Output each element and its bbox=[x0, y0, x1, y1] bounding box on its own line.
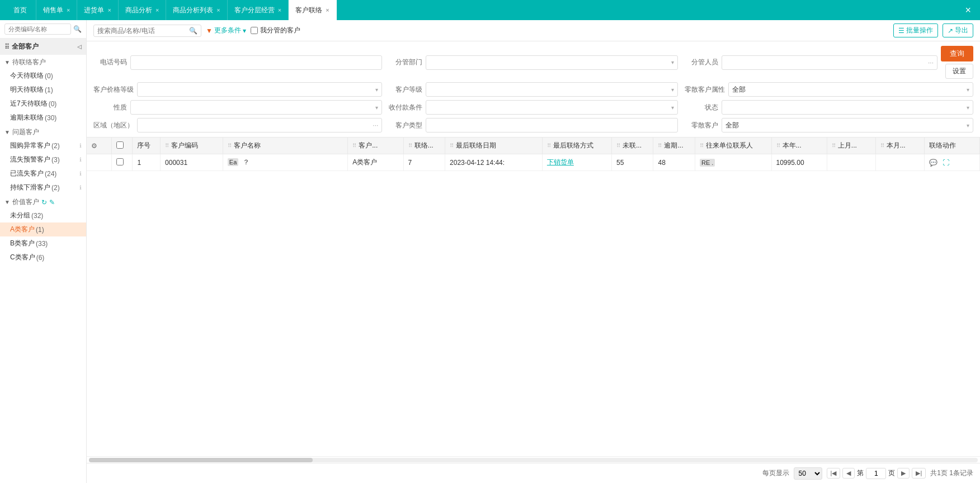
info-icon-churned[interactable]: ℹ bbox=[79, 171, 82, 177]
toolbar-search-icon[interactable]: 🔍 bbox=[189, 27, 197, 35]
td-checkbox bbox=[112, 154, 133, 171]
sidebar-item-7days[interactable]: 近7天待联络 (0) bbox=[0, 97, 86, 111]
filter-input-customer-level[interactable]: ▾ bbox=[426, 82, 677, 97]
total-info: 共1页 1条记录 bbox=[930, 468, 973, 478]
sidebar-item-churn-warning[interactable]: 流失预警客户 (3) ℹ bbox=[0, 153, 86, 167]
setting-button[interactable]: 设置 bbox=[945, 64, 973, 79]
page-input[interactable] bbox=[866, 468, 886, 479]
close-customer-contact-tab[interactable]: × bbox=[326, 7, 329, 13]
nav-tab-analysis-list[interactable]: 商品分析列表 × bbox=[166, 0, 227, 20]
close-customer-tier-tab[interactable]: × bbox=[278, 7, 281, 13]
sidebar-item-churned[interactable]: 已流失客户 (24) ℹ bbox=[0, 167, 86, 181]
main-layout: 🔍 ⠿ 全部客户 ◁ ▼ 待联络客户 今天待联络 (0) 明天待联络 (1) 近… bbox=[0, 20, 980, 483]
td-contact-count: 7 bbox=[403, 154, 445, 171]
row-checkbox[interactable] bbox=[116, 158, 124, 165]
td-customer-type: A类客户 bbox=[348, 154, 403, 171]
export-btn[interactable]: ↗ 导出 bbox=[943, 23, 973, 37]
dept-arrow-icon: ▾ bbox=[671, 59, 674, 65]
table-select-all[interactable] bbox=[116, 141, 124, 149]
sidebar-group-pending[interactable]: ▼ 待联络客户 bbox=[0, 55, 86, 69]
filter-input-customer-type[interactable] bbox=[426, 118, 677, 132]
filter-input-retail-attr[interactable]: 全部 ▾ bbox=[728, 82, 973, 97]
filter-input-status[interactable]: ▾ bbox=[722, 100, 973, 115]
page-size-select[interactable]: 50 100 bbox=[794, 467, 822, 480]
td-index: 1 bbox=[133, 154, 161, 171]
info-icon-churn-warning[interactable]: ℹ bbox=[79, 157, 82, 163]
nav-tab-purchase[interactable]: 进货单 × bbox=[77, 0, 118, 20]
filter-more-btn[interactable]: ▼ 更多条件 ▾ bbox=[206, 26, 246, 35]
my-customer-checkbox-label[interactable]: 我分管的客户 bbox=[251, 26, 300, 35]
nav-tab-sales[interactable]: 销售单 × bbox=[36, 0, 77, 20]
sidebar-item-class-c[interactable]: C类客户 (6) bbox=[0, 250, 86, 264]
close-analysis-list-tab[interactable]: × bbox=[216, 7, 220, 13]
last-method-link[interactable]: 下销货单 bbox=[547, 158, 574, 166]
sidebar-search-icon[interactable]: 🔍 bbox=[73, 25, 82, 33]
filter-label-payment: 收付款条件 bbox=[389, 103, 422, 112]
nav-tab-customer-contact[interactable]: 客户联络 × bbox=[289, 0, 336, 20]
close-analysis-tab[interactable]: × bbox=[156, 7, 159, 13]
data-table: ⚙ 序号 ⠿客户编码 ⠿客户名称 ⠿客户... ⠿联络... ⠿最后联络日期 ⠿… bbox=[87, 138, 980, 171]
th-not-contacted: ⠿未联... bbox=[611, 138, 653, 154]
td-gear bbox=[87, 154, 112, 171]
th-customer-type: ⠿客户... bbox=[348, 138, 403, 154]
info-icon-hoarding[interactable]: ℹ bbox=[79, 143, 82, 149]
edit-icon[interactable]: ✎ bbox=[49, 198, 55, 206]
filter-input-dept[interactable]: ▾ bbox=[426, 55, 677, 70]
toolbar-search-input[interactable] bbox=[97, 27, 187, 35]
sidebar-item-ungrouped[interactable]: 未分组 (32) bbox=[0, 209, 86, 222]
page-prev-btn[interactable]: ◀ bbox=[842, 468, 855, 479]
query-button[interactable]: 查询 bbox=[941, 46, 973, 61]
funnel-icon: ▼ bbox=[206, 27, 213, 35]
th-code: ⠿客户编码 bbox=[161, 138, 223, 154]
filter-row-price-level: 客户价格等级 ▾ bbox=[93, 82, 382, 97]
sidebar-item-tomorrow[interactable]: 明天待联络 (1) bbox=[0, 83, 86, 97]
filter-input-region[interactable]: ··· bbox=[137, 118, 382, 132]
close-sales-tab[interactable]: × bbox=[67, 7, 70, 13]
filter-input-retail[interactable]: 全部 ▾ bbox=[722, 118, 973, 132]
filter-label-retail: 零散客户 bbox=[685, 121, 718, 130]
sidebar-item-class-a[interactable]: A类客户 (1) bbox=[0, 222, 86, 236]
page-last-btn[interactable]: ▶| bbox=[912, 468, 926, 479]
nav-tab-home[interactable]: 首页 bbox=[4, 0, 36, 20]
sidebar-group-problem[interactable]: ▼ 问题客户 bbox=[0, 125, 86, 139]
sidebar-item-overdue[interactable]: 逾期未联络 (30) bbox=[0, 111, 86, 125]
filter-label-manager: 分管人员 bbox=[685, 58, 718, 67]
sidebar-item-today[interactable]: 今天待联络 (0) bbox=[0, 69, 86, 83]
sidebar-search-input[interactable] bbox=[4, 23, 71, 35]
filter-input-payment[interactable]: ▾ bbox=[426, 100, 677, 115]
close-purchase-tab[interactable]: × bbox=[107, 7, 111, 13]
filter-input-price-level[interactable]: ▾ bbox=[137, 82, 382, 97]
sidebar-all-customers[interactable]: ⠿ 全部客户 ◁ bbox=[0, 39, 86, 55]
collapse-icon[interactable]: ◁ bbox=[77, 44, 82, 50]
filter-input-nature[interactable]: ▾ bbox=[130, 100, 382, 115]
nav-tab-customer-tier[interactable]: 客户分层经营 × bbox=[228, 0, 289, 20]
gear-icon[interactable]: ⚙ bbox=[91, 142, 97, 150]
sidebar-item-hoarding[interactable]: 囤购异常客户 (2) ℹ bbox=[0, 139, 86, 153]
th-this-month: ⠿本月... bbox=[875, 138, 924, 154]
link-action-icon[interactable]: ⛶ bbox=[943, 159, 949, 167]
batch-op-btn[interactable]: ☰ 批量操作 bbox=[893, 23, 938, 37]
info-icon-declining[interactable]: ℹ bbox=[79, 184, 82, 191]
sidebar-item-declining[interactable]: 持续下滑客户 (2) ℹ bbox=[0, 181, 86, 195]
nav-tab-analysis[interactable]: 商品分析 × bbox=[119, 0, 166, 20]
sidebar-item-class-b[interactable]: B类客户 (33) bbox=[0, 236, 86, 250]
filter-row-payment: 收付款条件 ▾ bbox=[389, 100, 677, 115]
filter-input-manager[interactable]: ··· bbox=[722, 55, 937, 70]
close-all-tabs[interactable]: × bbox=[960, 4, 976, 16]
th-unit-contact: ⠿往来单位联系人 bbox=[695, 138, 771, 154]
horizontal-scrollbar[interactable] bbox=[87, 456, 980, 463]
filter-row-phone: 电话号码 bbox=[93, 46, 382, 79]
sidebar-group-value[interactable]: ▼ 价值客户 ↻ ✎ bbox=[0, 195, 86, 209]
chat-action-icon[interactable]: 💬 bbox=[929, 159, 937, 167]
page-label: 第 bbox=[857, 468, 864, 478]
filter-row-customer-type: 客户类型 bbox=[389, 118, 677, 132]
export-icon: ↗ bbox=[948, 27, 953, 35]
refresh-icon[interactable]: ↻ bbox=[41, 198, 47, 206]
page-next-btn[interactable]: ▶ bbox=[897, 468, 910, 479]
page-first-btn[interactable]: |◀ bbox=[827, 468, 841, 479]
my-customer-checkbox[interactable] bbox=[251, 27, 258, 34]
filter-label-status: 状态 bbox=[685, 103, 718, 112]
td-last-date: 2023-04-12 14:44: bbox=[445, 154, 543, 171]
filter-input-phone[interactable] bbox=[130, 55, 382, 70]
name-prefix-tag: Ea bbox=[228, 158, 238, 166]
